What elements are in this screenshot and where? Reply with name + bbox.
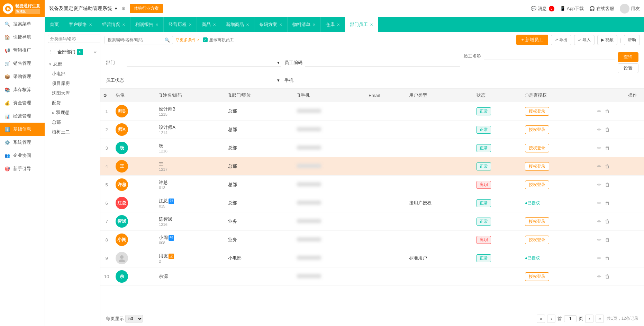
sidebar-item-finance[interactable]: 💰 资金管理 <box>0 96 45 109</box>
dept-node-headquarters[interactable]: 总部 <box>45 117 100 127</box>
delete-button[interactable]: 🗑 <box>604 163 610 170</box>
dept-node-project-warehouse[interactable]: 项目库房 <box>45 79 100 88</box>
trial-button[interactable]: 体验行业方案 <box>130 4 163 13</box>
tab-bom[interactable]: 物料清单✕ <box>288 17 321 32</box>
sidebar-item-system[interactable]: ⚙️ 系统管理 <box>0 136 45 149</box>
delete-button[interactable]: 🗑 <box>604 108 610 115</box>
emp-code-input[interactable] <box>305 59 460 67</box>
show-resigned-checkbox[interactable]: ✓ <box>203 37 208 42</box>
message-button[interactable]: 💬 消息 5 <box>531 6 554 12</box>
dept-node-shuanglu[interactable]: ▶ 双鹿想 <box>45 108 100 117</box>
dept-search-input[interactable] <box>48 35 100 43</box>
authorize-button[interactable]: 授权登录 <box>525 272 549 281</box>
dept-node-shenyang[interactable]: 沈阳大库 <box>45 88 100 98</box>
tab-dept-employee[interactable]: 部门员工✕ <box>345 17 378 32</box>
online-service-button[interactable]: 🎧 在线客服 <box>589 6 614 12</box>
phone-input[interactable] <box>305 77 460 84</box>
dept-select[interactable]: ▾ <box>127 59 281 67</box>
dept-node-plant-tree[interactable]: 植树王二 <box>45 127 100 137</box>
edit-button[interactable]: ✏ <box>597 108 602 115</box>
prev-page-button[interactable]: ‹ <box>547 315 555 323</box>
sidebar-item-basic-info[interactable]: ℹ️ 基础信息 <box>0 123 45 136</box>
close-icon[interactable]: ✕ <box>213 23 216 27</box>
edit-button[interactable]: ✏ <box>597 273 602 280</box>
close-icon[interactable]: ✕ <box>370 23 373 27</box>
sidebar-item-quicknav[interactable]: 🏠 快捷导航 <box>0 30 45 44</box>
authorize-button[interactable]: 授权登录 <box>525 180 549 189</box>
tab-history[interactable]: 经营历程✕ <box>164 17 197 32</box>
tab-barcode[interactable]: 条码方案✕ <box>254 17 288 32</box>
authorize-button[interactable]: 授权登录 <box>525 144 549 152</box>
sidebar-item-inventory[interactable]: 📚 库存核算 <box>0 83 45 96</box>
close-icon[interactable]: ✕ <box>89 23 92 27</box>
close-icon[interactable]: ✕ <box>246 23 249 27</box>
col-phone[interactable]: ⇅手机 <box>294 89 366 102</box>
tab-profit[interactable]: 利润报告✕ <box>130 17 164 32</box>
last-page-button[interactable]: » <box>596 315 604 323</box>
authorize-button[interactable]: 授权登录 <box>525 236 549 244</box>
edit-button[interactable]: ✏ <box>597 181 602 188</box>
tab-warehouse[interactable]: 仓库✕ <box>321 17 345 32</box>
sidebar-item-operations[interactable]: 📊 经营管理 <box>0 109 45 123</box>
tab-operations[interactable]: 经营情况✕ <box>97 17 130 32</box>
help-button[interactable]: 帮助 <box>624 35 640 45</box>
app-download-button[interactable]: 📱 App下载 <box>560 6 584 12</box>
delete-button[interactable]: 🗑 <box>604 218 610 225</box>
status-select[interactable]: ▾ <box>127 77 281 84</box>
close-icon[interactable]: ✕ <box>155 23 158 27</box>
close-icon[interactable]: ✕ <box>279 23 282 27</box>
dept-refresh-icon[interactable]: ↻ <box>77 49 83 55</box>
sidebar-item-marketing[interactable]: 📢 营销推广 <box>0 44 45 57</box>
add-employee-button[interactable]: + 新增员工 <box>516 35 548 45</box>
dept-node-distribution[interactable]: 配货 <box>45 98 100 108</box>
set-button[interactable]: 设置 <box>618 63 638 73</box>
authorize-button[interactable]: 授权登录 <box>525 125 549 134</box>
edit-button[interactable]: ✏ <box>597 255 602 262</box>
delete-button[interactable]: 🗑 <box>604 200 610 206</box>
sidebar-item-search[interactable]: 🔍 搜索菜单 <box>0 17 45 30</box>
tab-goods[interactable]: 商品✕ <box>197 17 221 32</box>
delete-button[interactable]: 🗑 <box>604 273 610 280</box>
first-page-button[interactable]: « <box>537 315 545 323</box>
video-button[interactable]: ▶ 视频 <box>597 35 617 45</box>
export-button[interactable]: ↗ 导出 <box>551 35 571 45</box>
authorize-button[interactable]: 授权登录 <box>525 217 549 226</box>
close-icon[interactable]: ✕ <box>189 23 192 27</box>
edit-button[interactable]: ✏ <box>597 218 602 225</box>
edit-button[interactable]: ✏ <box>597 200 602 206</box>
authorize-button[interactable]: 授权登录 <box>525 162 549 171</box>
next-page-button[interactable]: › <box>585 315 593 323</box>
edit-button[interactable]: ✏ <box>597 163 602 170</box>
show-resigned-toggle[interactable]: ✓ 显示离职员工 <box>203 37 234 43</box>
sidebar-item-guide[interactable]: 🎯 新手引导 <box>0 162 45 175</box>
topbar-gear-icon[interactable]: ⚙ <box>121 6 126 11</box>
edit-button[interactable]: ✏ <box>597 144 602 151</box>
dept-collapse-icon[interactable]: « <box>94 49 97 55</box>
system-dropdown[interactable]: ▾ <box>115 6 117 11</box>
page-number-input[interactable] <box>564 315 577 322</box>
dept-node-general[interactable]: ▼ 总部 <box>45 59 100 69</box>
emp-name-input[interactable] <box>484 52 615 60</box>
close-icon[interactable]: ✕ <box>337 23 340 27</box>
col-dept[interactable]: ⇅部门/职位 <box>225 89 294 102</box>
employee-search-input[interactable] <box>108 37 163 42</box>
delete-button[interactable]: 🗑 <box>604 126 610 133</box>
sidebar-item-collaboration[interactable]: 👥 企业协同 <box>0 149 45 162</box>
delete-button[interactable]: 🗑 <box>604 255 610 262</box>
authorize-button[interactable]: 授权登录 <box>525 107 549 116</box>
search-button[interactable]: 查询 <box>618 52 638 62</box>
sidebar-item-purchase[interactable]: 📦 采购管理 <box>0 70 45 83</box>
tab-home[interactable]: 首页 <box>45 17 64 32</box>
more-filter-button[interactable]: ▽ 更多条件 ∧ <box>176 37 200 43</box>
import-button[interactable]: ↙ 导入 <box>574 35 595 45</box>
col-settings[interactable]: ⚙ <box>100 89 113 102</box>
tab-add-goods[interactable]: 新增商品✕ <box>221 17 254 32</box>
user-menu[interactable]: 用友 <box>620 4 640 14</box>
tab-customer[interactable]: 客户联络✕ <box>64 17 97 32</box>
settings-icon[interactable]: ⚙ <box>103 93 107 98</box>
page-size-select[interactable]: 50 100 <box>125 315 143 323</box>
delete-button[interactable]: 🗑 <box>604 181 610 188</box>
edit-button[interactable]: ✏ <box>597 236 602 243</box>
edit-button[interactable]: ✏ <box>597 126 602 133</box>
delete-button[interactable]: 🗑 <box>604 144 610 151</box>
